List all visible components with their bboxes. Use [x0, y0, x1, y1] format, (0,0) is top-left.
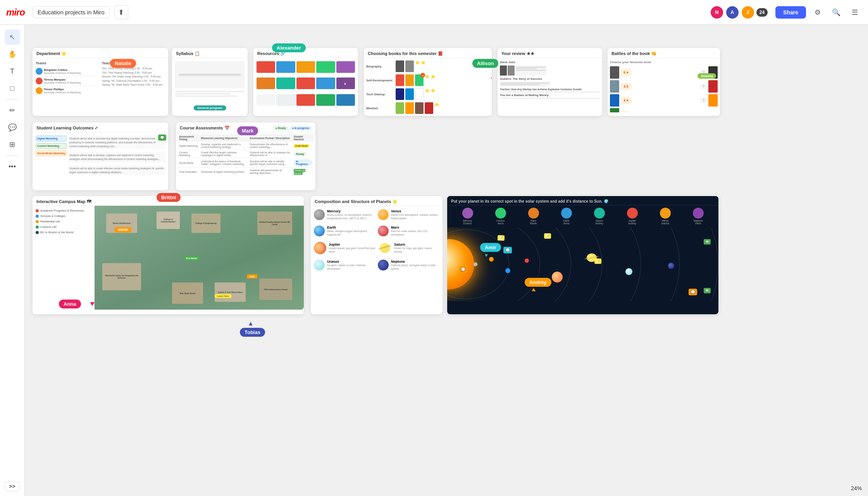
planet-mars: Mars Red iron oxide surface, thin CO2 at…: [378, 226, 439, 236]
cursor-andrey-arrow: ▶: [531, 287, 537, 294]
toolbar-divider-2: [6, 155, 19, 156]
search-icon[interactable]: 🔍: [829, 5, 843, 19]
avatar-2: A: [725, 5, 739, 19]
sticky-tool[interactable]: □: [5, 81, 20, 96]
comment-tool[interactable]: 💬: [5, 120, 20, 135]
hand-tool[interactable]: ✋: [5, 46, 20, 62]
sun: [447, 239, 474, 289]
expand-button[interactable]: >>: [5, 481, 19, 491]
frame-tool[interactable]: ⊞: [5, 137, 20, 152]
menu-icon[interactable]: ☰: [848, 5, 862, 19]
planet-venus-solar: [489, 257, 494, 262]
cursor-amir-solar: Amir: [480, 243, 501, 252]
chat-bubble-andrey-2: 💬: [689, 289, 697, 295]
sticky-solar-5: 💬: [704, 288, 711, 293]
share-button[interactable]: Share: [775, 6, 806, 19]
card-your-review: Your review ★★ Steve Jobs Outliers: The …: [498, 48, 602, 116]
card-syllabus: Syllabus 📋 General program: [172, 48, 248, 116]
cursor-joanna-label: Joanna: [698, 73, 716, 79]
general-program-tag: General program: [193, 105, 226, 110]
sticky-solar-3: 📝: [594, 258, 601, 264]
avatar-3: J: [741, 5, 755, 19]
zoom-level: 24%: [851, 485, 862, 491]
collaborators-bar: N A J 24: [710, 5, 768, 19]
cursor-alexander: Alexander: [272, 43, 306, 52]
card-battles-title: Battles of the book 👊: [608, 48, 720, 58]
app-logo: miro: [6, 7, 25, 18]
planet-neptune-solar: [668, 263, 674, 269]
wow-sticky: WOW!: [115, 227, 131, 232]
planet-mercury: Mercury Rocky surface, no atmosphere, ex…: [314, 209, 375, 220]
chat-bubble-andrey-1: 💬: [459, 266, 467, 273]
card-resources: Resources 🔗 ▶: [253, 48, 358, 116]
cursor-amir-solar-arrow: ▼: [484, 253, 489, 258]
sticky-note-3: Leave Note: [215, 294, 231, 298]
card-slo-title: Student Learning Outcomes ✓: [33, 122, 168, 133]
planet-saturn: Saturn Known for rings, gas giant, lowes…: [378, 242, 439, 254]
planet-uranus-solar: [625, 268, 632, 275]
card-choosing-title: Choosing books for this semester 📕: [364, 48, 492, 58]
filter-icon[interactable]: ⚙: [811, 5, 825, 19]
cursor-tobias-arrow: ▲: [248, 320, 254, 327]
cursor-anna: Anna: [59, 300, 81, 308]
planet-jupiter-solar: [552, 272, 563, 282]
select-tool[interactable]: ↖: [5, 29, 20, 45]
sticky-note-2: note: [247, 274, 257, 279]
planet-neptune: Neptune Farthest planet, strongest winds…: [378, 260, 439, 270]
avatar-1: N: [710, 5, 724, 19]
cursor-tobias: Tobias: [240, 328, 265, 337]
cursor-brittni: Brittni: [157, 193, 181, 202]
sticky-solar-2: 📝: [544, 233, 551, 239]
left-toolbar: ↖ ✋ T □ ✏ 💬 ⊞ •••: [0, 25, 25, 496]
card-campus-map: Interactive Campus Map 🗺 Academic Progra…: [33, 196, 304, 314]
card-planets-title: Composition and Structure of Planets 🌟: [311, 196, 443, 206]
card-resources-title: Resources 🔗: [253, 48, 358, 58]
cursor-mark: Mark: [237, 126, 258, 135]
sticky-note-1: It's here!: [184, 256, 200, 260]
more-tools[interactable]: •••: [5, 159, 20, 174]
toolbar-divider-1: [6, 99, 19, 100]
card-planets: Composition and Structure of Planets 🌟 M…: [311, 196, 443, 314]
card-syllabus-title: Syllabus 📋: [172, 48, 248, 58]
card-choosing-books: Choosing books for this semester 📕 Amir …: [364, 48, 492, 116]
cursor-andrey: Andrey: [525, 278, 551, 287]
cursor-natalie: Natalie: [110, 59, 136, 68]
chat-bubble-slo-card: 💬: [158, 134, 166, 141]
sticky-solar-4: 💬: [704, 239, 711, 245]
planet-mars-solar: [525, 258, 529, 263]
pen-tool[interactable]: ✏: [5, 103, 20, 118]
planet-mercury-solar: [474, 262, 477, 266]
card-battles: Battles of the book 👊 Choose your favour…: [608, 48, 720, 116]
card-department: Department 🌟 Teams Benjamin Collins Asso…: [33, 48, 168, 116]
card-solar-system: Put your planet in its correct spot in t…: [447, 196, 718, 314]
planet-jupiter: Jupiter Largest planet, gas giant, Great…: [314, 242, 375, 254]
collaborator-count: 24: [756, 8, 768, 17]
header: miro Education projects in Miro ⬆ N A J …: [0, 0, 868, 25]
breadcrumb-title: Education projects in Miro: [33, 6, 110, 18]
canvas: Natalie ▲ Alexander ▼ Allison ▶ 💬 Depart…: [25, 25, 868, 496]
planet-earth: Earth Water, nitrogen-oxygen atmosphere,…: [314, 226, 375, 236]
planet-earth-solar: [505, 268, 510, 273]
card-solar-title: Put your planet in its correct spot in t…: [447, 196, 718, 205]
text-tool[interactable]: T: [5, 64, 20, 79]
card-department-title: Department 🌟: [33, 48, 168, 58]
planet-uranus: Uranus Ice giant, rotates on side, metha…: [314, 260, 375, 270]
cursor-allison: Allison: [472, 59, 498, 68]
card-slo: Student Learning Outcomes ✓ 💬 Digital Ma…: [33, 122, 168, 190]
card-review-title: Your review ★★: [498, 48, 602, 58]
upload-button[interactable]: ⬆: [114, 5, 128, 19]
chat-bubble-amir-solar: 💬: [503, 247, 512, 253]
cursor-amir-arrow: ◀: [491, 74, 492, 81]
sticky-solar-1: 📝: [498, 235, 505, 241]
planet-venus: Venus Dense CO2 atmosphere, volcanic sur…: [378, 209, 439, 220]
